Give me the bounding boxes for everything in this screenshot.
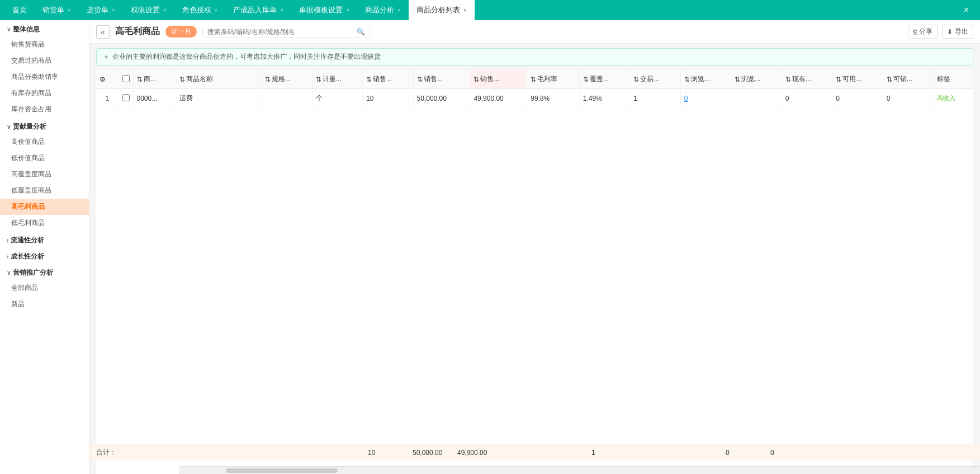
nav-sales-order[interactable]: 销货单 × [35, 0, 79, 20]
chevron-down-icon: ∨ [7, 124, 11, 130]
footer-current-stock: 0 [722, 449, 767, 457]
sidebar-item-low-margin[interactable]: 低毛利商品 [0, 215, 89, 231]
notice-bar: ✦ 企业的主要的利润都是这部分商品创造的，可考虑加大推广，同时关注库存是不要出现… [96, 48, 973, 65]
sidebar-group-flow[interactable]: › 流通性分析 [0, 231, 89, 247]
col-cov-sort-icon[interactable]: ⇅ [583, 76, 589, 83]
sidebar-group-overall[interactable]: ∨ 整体信息 [0, 20, 89, 36]
sidebar: ∨ 整体信息 销售货商品 交易过的商品 商品分类助销率 有库存的商品 库存资金占… [0, 20, 89, 474]
col-saleable: ⇅ 可销... [883, 70, 934, 89]
col-view1: ⇅ 浏览... [680, 70, 731, 89]
sidebar-item-high-margin[interactable]: 高毛利商品 [0, 199, 89, 215]
chevron-down-icon: ∨ [7, 26, 11, 32]
chevron-right-icon: › [7, 254, 8, 260]
sidebar-item-all-goods[interactable]: 全部商品 [0, 280, 89, 296]
cell-gross-rate: 99.8% [527, 89, 580, 108]
col-spec-sort-icon[interactable]: ⇅ [265, 76, 271, 83]
search-input[interactable] [207, 28, 354, 36]
col-gr-sort-icon[interactable]: ⇅ [531, 76, 536, 83]
share-button[interactable]: ⎗ 分享 [908, 25, 938, 39]
nav-finished-goods[interactable]: 产成品入库单 × [225, 0, 291, 20]
col-v1-sort-icon[interactable]: ⇅ [684, 76, 690, 83]
col-tc-sort-icon[interactable]: ⇅ [633, 76, 639, 83]
nav-template-settings[interactable]: 单据模板设置 × [291, 0, 357, 20]
sidebar-item-new-products[interactable]: 新品 [0, 296, 89, 312]
col-unit: ⇅ 计量... [312, 70, 363, 89]
nav-permission-settings[interactable]: 权限设置 × [123, 0, 174, 20]
nav-product-analysis[interactable]: 商品分析 × [357, 0, 409, 20]
cell-saleable: 0 [883, 89, 934, 108]
select-all-checkbox[interactable] [122, 75, 130, 82]
chevron-right-icon: › [7, 237, 8, 243]
footer-trade-count: 1 [588, 449, 633, 457]
close-icon[interactable]: × [397, 7, 401, 13]
filter-button[interactable]: 近一月 [165, 26, 197, 37]
col-code-sort-icon[interactable]: ⇅ [137, 76, 143, 83]
sidebar-group-growth[interactable]: › 成长性分析 [0, 247, 89, 264]
sidebar-item-high-value[interactable]: 高价值商品 [0, 134, 89, 150]
close-icon[interactable]: × [112, 7, 115, 13]
col-current-stock: ⇅ 现有... [782, 70, 832, 89]
high-income-badge: 高收入 [937, 95, 955, 101]
cell-sales-amt: 50,000.00 [413, 89, 470, 108]
col-sq-sort-icon[interactable]: ⇅ [366, 76, 372, 83]
footer-avail-stock: 0 [767, 449, 812, 457]
close-icon[interactable]: × [346, 7, 349, 13]
close-all-button[interactable]: × [957, 5, 976, 15]
export-button[interactable]: ⬇ 导出 [942, 25, 973, 39]
search-icon[interactable]: 🔍 [357, 28, 365, 36]
notice-icon: ✦ [103, 53, 109, 61]
sidebar-item-category-rate[interactable]: 商品分类助销率 [0, 69, 89, 85]
close-icon[interactable]: × [463, 7, 467, 13]
sidebar-item-in-stock[interactable]: 有库存的商品 [0, 85, 89, 101]
cell-current-stock: 0 [782, 89, 832, 108]
total-label: 合计： [96, 448, 141, 457]
chevron-down-icon: ∨ [7, 270, 11, 276]
horizontal-scrollbar[interactable] [179, 466, 980, 474]
col-sales-amt: ⇅ 销售... [413, 70, 470, 89]
sidebar-item-low-value[interactable]: 低价值商品 [0, 150, 89, 166]
collapse-button[interactable]: « [96, 25, 110, 39]
footer-sales-qty: 10 [364, 449, 409, 457]
scrollbar-thumb[interactable] [226, 468, 338, 473]
cell-tag: 高收入 [934, 89, 973, 108]
close-icon[interactable]: × [215, 7, 218, 13]
col-index: ⚙ [96, 70, 119, 89]
settings-icon[interactable]: ⚙ [100, 76, 106, 83]
col-sl-sort-icon[interactable]: ⇅ [887, 76, 892, 83]
col-as-sort-icon[interactable]: ⇅ [836, 76, 841, 83]
col-cs-sort-icon[interactable]: ⇅ [785, 76, 791, 83]
col-trade-count: ⇅ 交易... [630, 70, 681, 89]
sidebar-item-high-coverage[interactable]: 高覆盖度商品 [0, 166, 89, 182]
col-view2: ⇅ 浏览... [731, 70, 782, 89]
cell-name: 运费 [176, 89, 261, 108]
sidebar-item-sales-goods[interactable]: 销售货商品 [0, 36, 89, 53]
nav-product-analysis-list[interactable]: 商品分析列表 × [409, 0, 475, 20]
action-buttons: ⎗ 分享 ⬇ 导出 [908, 25, 973, 39]
row-checkbox[interactable] [122, 94, 130, 101]
col-name: ⇅ 商品名称 [176, 70, 261, 89]
cell-view1[interactable]: 0 [680, 89, 731, 108]
cell-checkbox[interactable] [119, 89, 133, 108]
nav-home[interactable]: 首页 [4, 0, 35, 20]
col-tag: 标签 [934, 70, 973, 89]
sidebar-item-traded-goods[interactable]: 交易过的商品 [0, 53, 89, 69]
close-icon[interactable]: × [280, 7, 283, 13]
top-navigation: 首页 销货单 × 进货单 × 权限设置 × 角色授权 × 产成品入库单 × 单据… [0, 0, 980, 20]
nav-role-auth[interactable]: 角色授权 × [174, 0, 226, 20]
close-icon[interactable]: × [68, 7, 71, 13]
col-v2-sort-icon[interactable]: ⇅ [735, 76, 740, 83]
table-container: ⚙ ⇅ 商... [96, 70, 973, 474]
sidebar-item-low-coverage[interactable]: 低覆盖度商品 [0, 182, 89, 199]
col-unit-sort-icon[interactable]: ⇅ [316, 76, 321, 83]
table-header-row: ⚙ ⇅ 商... [96, 70, 973, 89]
col-sa-sort-icon[interactable]: ⇅ [417, 76, 423, 83]
col-sn-sort-icon[interactable]: ⇅ [474, 76, 479, 83]
table-row: 1 0000... 运费 个 10 50,000.00 49,900.00 99… [96, 89, 973, 108]
sidebar-group-marketing[interactable]: ∨ 营销推广分析 [0, 264, 89, 280]
sidebar-item-stock-capital[interactable]: 库存资金占用 [0, 101, 89, 118]
nav-purchase-order[interactable]: 进货单 × [79, 0, 123, 20]
sidebar-group-contribution[interactable]: ∨ 贡献量分析 [0, 118, 89, 134]
col-name-sort-icon[interactable]: ⇅ [179, 76, 185, 83]
close-icon[interactable]: × [163, 7, 167, 13]
col-sales-net: ⇅ 销售... [470, 70, 527, 89]
